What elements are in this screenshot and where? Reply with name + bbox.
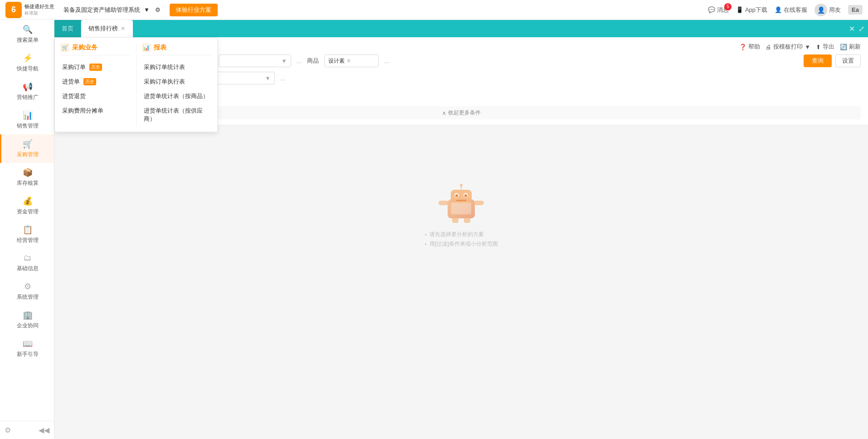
filter-actions: 查询 设置: [804, 54, 861, 67]
dropdown-inbound[interactable]: 进货单 历史: [60, 74, 131, 89]
guide-icon: 📖: [23, 339, 33, 349]
tab-sales-rank-label: 销售排行榜: [88, 25, 118, 33]
dropdown-return[interactable]: 进货退货: [60, 89, 131, 104]
logo: 6 畅捷通好生意 标准版: [5, 2, 60, 18]
sidebar-item-operations[interactable]: 📋 经营管理: [0, 220, 54, 249]
sidebar-item-sales[interactable]: 📊 销售管理: [0, 106, 54, 134]
set-btn[interactable]: 设置: [835, 54, 861, 67]
inbound-history[interactable]: 历史: [83, 78, 96, 85]
dropdown-columns: 🛒 采购业务 采购订单 历史 进货单 历史 进货退货 采购费用分摊单: [55, 43, 217, 126]
sidebar-item-purchase[interactable]: 🛒 采购管理: [0, 134, 54, 163]
dropdown-inbound-stats-by-supplier[interactable]: 进货单统计表（按供应商）: [142, 104, 212, 126]
sidebar-label-marketing: 营销推广: [17, 94, 39, 101]
dropdown-purchase-order-exec[interactable]: 采购订单执行表: [142, 74, 212, 89]
app-title: 装备及固定资产辅助管理系统: [63, 6, 140, 14]
message-btn[interactable]: 💬 消息 5: [708, 6, 729, 14]
stock-icon: 📦: [23, 168, 33, 178]
help-btn[interactable]: ❓ 帮助: [739, 43, 760, 51]
app-download-label: App下载: [745, 6, 767, 14]
user-btn[interactable]: 👤 用友: [814, 4, 841, 16]
app-download-btn[interactable]: 📱 App下载: [736, 6, 767, 14]
export-btn[interactable]: ⬆ 导出: [816, 43, 834, 51]
doc-status-dots[interactable]: ...: [297, 58, 302, 64]
expense-label: 采购费用分摊单: [62, 107, 103, 115]
svg-rect-9: [451, 202, 471, 214]
goods-dots[interactable]: ...: [384, 58, 389, 64]
svg-point-5: [464, 194, 467, 197]
basic-info-icon: 🗂: [24, 253, 32, 263]
refresh-btn[interactable]: 🔄 刷新: [840, 43, 861, 51]
report-col-title: 📊 报表: [142, 43, 212, 55]
sidebar-item-marketing[interactable]: 📢 营销推广: [0, 77, 54, 106]
sidebar-item-finance[interactable]: 💰 资金管理: [0, 192, 54, 220]
dropdown-purchase-order[interactable]: 采购订单 历史: [60, 60, 131, 74]
avatar: 👤: [814, 4, 827, 16]
tab-home[interactable]: 首页: [54, 20, 81, 37]
purchase-order-exec-label: 采购订单执行表: [144, 78, 185, 86]
purchase-col-icon: 🛒: [60, 43, 69, 52]
sidebar-item-guide[interactable]: 📖 新手引导: [0, 334, 54, 363]
query-btn[interactable]: 查询: [804, 54, 832, 67]
topbar-right: 💬 消息 5 📱 App下载 👤 在线客服 👤 用友 Ea: [708, 4, 863, 16]
finance-icon: 💰: [23, 196, 33, 206]
print-dropdown-icon[interactable]: ▼: [805, 44, 810, 50]
refresh-icon: 🔄: [840, 44, 847, 50]
sidebar-item-basic-info[interactable]: 🗂 基础信息: [0, 249, 54, 277]
svg-rect-11: [464, 217, 470, 223]
dropdown-expense[interactable]: 采购费用分摊单: [60, 104, 131, 118]
return-label: 进货退货: [62, 92, 86, 100]
logo-line1: 畅捷通好生意: [24, 3, 54, 10]
tab-close-icon[interactable]: ✕: [121, 25, 125, 32]
sidebar-collapse-icon[interactable]: ◀◀: [39, 426, 49, 434]
topbar-title: 装备及固定资产辅助管理系统 ▼ ⚙ 体验行业方案: [63, 4, 708, 16]
goods-tag-remove[interactable]: ✕: [346, 58, 351, 64]
system-icon: ⚙: [24, 281, 31, 291]
phone-icon: 📱: [736, 6, 743, 13]
svg-rect-7: [439, 201, 449, 205]
sidebar-label-operations: 经营管理: [17, 237, 39, 244]
sidebar-label-basic-info: 基础信息: [17, 265, 39, 272]
user-label: 用友: [829, 6, 841, 14]
logo-line2: 标准版: [24, 10, 54, 16]
print-label: 按模板打印: [773, 43, 803, 51]
settings-gear-icon[interactable]: ⚙: [155, 6, 161, 13]
empty-tip-2: 用[过滤]条件来缩小分析范围: [424, 239, 498, 249]
doc-status-select[interactable]: ▼: [219, 54, 291, 67]
sidebar-item-stock[interactable]: 📦 库存核算: [0, 163, 54, 192]
print-btn[interactable]: 🖨 按模板打印 ▼: [766, 43, 810, 51]
logo-text: 畅捷通好生意 标准版: [24, 3, 54, 16]
sidebar-label-enterprise: 企业协同: [17, 322, 39, 330]
bottom-settings-icon[interactable]: ⚙: [5, 426, 11, 434]
tab-expand-icon[interactable]: ⤢: [858, 25, 864, 33]
purchase-order-history[interactable]: 历史: [89, 64, 102, 71]
inbound-label: 进货单: [62, 78, 80, 86]
goods-selector[interactable]: 设计素 ✕: [324, 54, 379, 67]
sidebar-label-finance: 资金管理: [17, 208, 39, 216]
report-col: 📊 报表 采购订单统计表 采购订单执行表 进货单统计表（按商品） 进货单统计表（…: [136, 43, 218, 126]
industry-btn[interactable]: 体验行业方案: [170, 4, 218, 16]
svg-point-4: [455, 194, 458, 197]
logo-icon: 6: [5, 2, 22, 18]
svg-rect-6: [456, 200, 466, 201]
purchase-icon: 🛒: [23, 139, 33, 149]
empty-state: 请先选择要分析的方案 用[过滤]条件来缩小分析范围: [54, 125, 868, 307]
sidebar-item-system[interactable]: ⚙ 系统管理: [0, 277, 54, 306]
sidebar-item-enterprise[interactable]: 🏢 企业协同: [0, 306, 54, 334]
salesperson-dots[interactable]: ...: [280, 75, 285, 82]
tab-sales-rank[interactable]: 销售排行榜 ✕: [81, 20, 133, 37]
sidebar-label-system: 系统管理: [17, 293, 39, 301]
online-service-btn[interactable]: 👤 在线客服: [775, 6, 807, 14]
message-badge: 5: [724, 3, 731, 10]
title-dropdown-arrow[interactable]: ▼: [144, 6, 150, 13]
print-icon: 🖨: [766, 44, 771, 50]
tab-close-all-icon[interactable]: ✕: [849, 25, 855, 33]
tabbar: 首页 销售排行榜 ✕ ✕ ⤢: [54, 20, 868, 37]
dropdown-inbound-stats-by-goods[interactable]: 进货单统计表（按商品）: [142, 89, 212, 104]
dropdown-purchase-order-stats[interactable]: 采购订单统计表: [142, 60, 212, 74]
sidebar-label-search: 搜索菜单: [17, 36, 39, 44]
dropdown-panel: 🛒 采购业务 采购订单 历史 进货单 历史 进货退货 采购费用分摊单: [54, 37, 218, 132]
quick-nav-icon: ⚡: [23, 53, 33, 63]
sidebar-item-search[interactable]: 🔍 搜索菜单: [0, 20, 54, 49]
svg-point-13: [460, 184, 463, 187]
sidebar-item-quick-nav[interactable]: ⚡ 快捷导航: [0, 49, 54, 77]
